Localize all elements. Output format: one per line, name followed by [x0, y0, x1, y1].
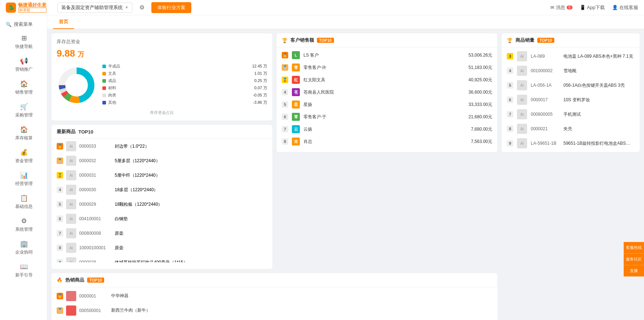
sidebar-label-enterprise: 企业协同 — [15, 249, 33, 255]
rank-value: 53,006.26元 — [469, 52, 492, 58]
sidebar-label-sales: 销售管理 — [15, 89, 33, 95]
customer-rank-item: 🥇 L LS 客户 53,006.26元 — [277, 49, 497, 61]
product-thumbnail: Ai — [66, 257, 76, 262]
product-thumbnail: Ai — [66, 214, 76, 224]
legend-left: 成品 — [102, 78, 116, 83]
product-img: Ai — [517, 109, 527, 119]
message-button[interactable]: ✉ 消息 6 — [550, 4, 572, 11]
main-layout: 🔍 搜索菜单 ⊞ 快捷导航 📢 营销推广 🏠 销售管理 🛒 采购管理 🏠 库存核… — [0, 15, 644, 320]
sidebar-item-inventory[interactable]: 🏠 库存核算 — [0, 122, 47, 145]
rank-number: 🥈 — [282, 64, 288, 71]
rank-value: 7,680.00元 — [471, 126, 492, 132]
sidebar-item-operations[interactable]: 📊 经营管理 — [0, 168, 47, 190]
inventory-legend: 半成品 12.45 万 文具 1.01 万 成品 0.25 万 材料 0.07 … — [102, 63, 267, 107]
sidebar-label-system: 系统管理 — [15, 226, 33, 233]
sidebar-item-sales[interactable]: 🏠 销售管理 — [0, 76, 47, 99]
trial-button[interactable]: 体验行业方案 — [151, 2, 191, 13]
rank-number: 3 — [507, 53, 513, 60]
rank-number: 4 — [282, 89, 288, 95]
rank-number: 8 — [57, 245, 63, 251]
legend-left: 材料 — [102, 85, 116, 91]
product-name: 5厘中纤（1220*2440） — [115, 172, 267, 179]
rank-value: 51,183.00元 — [469, 65, 492, 71]
sidebar-label-guide: 新手引导 — [15, 272, 33, 278]
legend-dot — [102, 65, 106, 68]
product-thumbnail: Ai — [66, 243, 76, 253]
top-badge-2: TOP10 — [537, 38, 554, 43]
system-selector[interactable]: 装备及固定资产辅助管理系统 ▼ — [57, 3, 133, 13]
product-code: LA-089 — [531, 54, 560, 59]
legend-left: 半成品 — [102, 63, 120, 69]
newest-product-item: 9 Ai 0000028 体城荔枝味苏打饮品400毫升（1*15） — [52, 255, 272, 262]
phone-icon: 📱 — [580, 5, 586, 10]
legend-dot — [102, 79, 106, 83]
sidebar-nav: ⊞ 快捷导航 📢 营销推广 🏠 销售管理 🛒 采购管理 🏠 库存核算 💰 资金管… — [0, 30, 47, 282]
product-name: 原壶 — [115, 230, 267, 237]
tab-home[interactable]: 首页 — [53, 15, 74, 29]
rank-name: 零售客户·于 — [303, 114, 465, 120]
rank-avatar: 红 — [292, 76, 300, 84]
product-sale-change-card: 🏆 商品销量 TOP10 3 Ai LA-089 电池盖 LA-089 ABS本… — [502, 33, 640, 152]
float-btn-客服热线[interactable]: 客服热线 — [624, 242, 644, 254]
legend-label: 材料 — [108, 85, 116, 91]
legend-item: 其他 -3.86 万 — [102, 100, 267, 105]
sidebar-item-quick-nav[interactable]: ⊞ 快捷导航 — [0, 30, 47, 53]
newest-product-item: 6 Ai 004100001 白钢垫 — [52, 212, 272, 226]
top-badge: TOP10 — [317, 38, 334, 43]
product-img: Ai — [517, 51, 527, 61]
app-download-label: App下载 — [587, 4, 605, 11]
sidebar-icon-quick-nav: ⊞ — [21, 34, 27, 42]
product-img: Ai — [517, 124, 527, 134]
product-img: Ai — [517, 95, 527, 105]
inventory-title: 库存总资金 — [57, 38, 267, 45]
legend-item: 肉类 -0.05 万 — [102, 93, 267, 98]
message-label: 消息 — [556, 4, 565, 11]
rank-name: 星扬 — [303, 102, 465, 108]
newest-product-item: 7 Ai 000800008 原壶 — [52, 226, 272, 241]
product-code: 0000017 — [531, 97, 560, 102]
float-btn-服务社区[interactable]: 服务社区 — [624, 254, 644, 265]
product-code: 000800008 — [79, 231, 112, 236]
product-name: 59651-1B旋转投影灯电池盒ABS黑色+58壳 — [563, 140, 635, 147]
product-thumbnail — [66, 305, 76, 316]
right-panel: 库存总资金 9.88 万 — [52, 33, 272, 269]
sidebar-item-purchase[interactable]: 🛒 采购管理 — [0, 99, 47, 122]
rank-avatar: L — [292, 51, 300, 59]
product-change-item: 3 Ai LA-089 电池盖 LA-089 ABS本色+黑种 7.1克 — [502, 49, 640, 63]
product-code: 0000031 — [79, 173, 112, 178]
rank-avatar: 零 — [292, 113, 300, 121]
product-thumbnail: Ai — [66, 228, 76, 238]
rank-number: 5 — [507, 82, 513, 89]
legend-value: 0.07 万 — [254, 85, 267, 91]
sidebar-item-basics[interactable]: 📋 基础信息 — [0, 190, 47, 213]
header-right: ✉ 消息 6 📱 App下载 👤 在线客服 — [550, 4, 638, 11]
message-badge: 6 — [567, 5, 572, 9]
trophy-icon-2: 🏆 — [507, 38, 513, 43]
rank-number: 8 — [507, 126, 513, 132]
sidebar-icon-inventory: 🏠 — [20, 126, 28, 134]
sidebar-item-system[interactable]: ⚙ 系统管理 — [0, 213, 47, 236]
rank-name: 苍南县人民医院 — [303, 89, 465, 95]
sidebar-label-inventory: 库存核算 — [15, 135, 33, 141]
search-menu-item[interactable]: 🔍 搜索菜单 — [0, 18, 47, 30]
rank-number: 4 — [507, 67, 513, 74]
sidebar-icon-marketing: 📢 — [20, 57, 28, 65]
legend-value: 0.25 万 — [254, 78, 267, 83]
sidebar-item-enterprise[interactable]: 🏢 企业协同 — [0, 236, 47, 259]
sidebar-item-marketing[interactable]: 📢 营销推广 — [0, 53, 47, 76]
product-change-item: 6 Ai 0000017 10S 变料罗妆 — [502, 93, 640, 107]
sidebar-item-finance[interactable]: 💰 资金管理 — [0, 145, 47, 168]
product-change-item: 4 Ai 001000002 雪地靴 — [502, 63, 640, 78]
app-download-button[interactable]: 📱 App下载 — [580, 4, 605, 11]
product-sale-change-header: 🏆 商品销量 TOP10 — [502, 33, 640, 48]
customer-ranking-card: 🏆 客户销售额 TOP10 🥇 L LS 客户 53,006.26元 🥈 零 零… — [277, 33, 497, 152]
hot-products-title: 热销商品 — [65, 277, 84, 283]
product-code: 10000100001 — [79, 245, 112, 250]
legend-label: 文具 — [108, 71, 116, 76]
settings-icon[interactable]: ⚙ — [137, 3, 147, 13]
sidebar-item-guide[interactable]: 📖 新手引导 — [0, 259, 47, 282]
legend-value: -3.86 万 — [253, 100, 267, 105]
sidebar-label-operations: 经营管理 — [15, 181, 33, 187]
float-btn-直播[interactable]: 直播 — [624, 265, 644, 276]
online-service-button[interactable]: 👤 在线客服 — [612, 4, 638, 11]
